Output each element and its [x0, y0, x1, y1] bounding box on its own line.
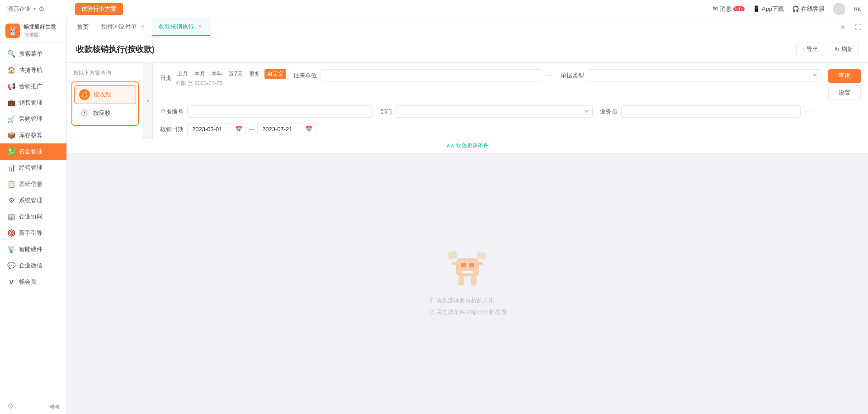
hardware-icon: 📡	[7, 245, 15, 253]
sidebar-item-member[interactable]: V 畅会员	[0, 274, 66, 290]
sidebar-collapse-icon[interactable]: ◀◀	[48, 402, 59, 410]
counterparty-input[interactable]	[321, 69, 541, 81]
sidebar-item-finance[interactable]: 💹 资金管理	[0, 143, 66, 160]
top-bar-right: ✉ 消息 99+ 📱 App下载 🎧 在线客服 Rit	[713, 3, 861, 15]
empty-illustration	[445, 249, 490, 290]
sidebar-item-basic[interactable]: 📋 基础信息	[0, 176, 66, 192]
finance-icon: 💹	[7, 148, 15, 156]
tab-payment[interactable]: 收款核销执行 ✕	[152, 18, 210, 36]
filter-type-by-receipt[interactable]: 💰 按收款	[74, 85, 136, 104]
solution-btn[interactable]: 体验行业方案	[75, 3, 123, 15]
verify-date-start-cal-icon[interactable]: 📅	[235, 126, 242, 133]
doctype-select[interactable]	[588, 69, 821, 81]
filter-verifydate-field: 核销日期 📅 — 📅	[160, 123, 316, 135]
basic-icon: 📋	[7, 180, 15, 188]
refresh-icon: ↻	[835, 46, 840, 53]
sidebar-item-guide[interactable]: 🎯 新手引导	[0, 225, 66, 241]
settings-icon[interactable]: ⚙	[38, 5, 44, 13]
sidebar-menu: 🔍 搜索菜单 🏠 快捷导航 📢 营销推广 💼 销售管理 🛒 采购管理 📦	[0, 43, 66, 398]
tab-prepay[interactable]: 预付冲应付单 ✕	[95, 18, 152, 36]
verify-date-label: 核销日期	[160, 125, 184, 133]
avatar[interactable]	[833, 3, 845, 15]
main-layout: 🐰 畅捷通好生意 标准版 🔍 搜索菜单 🏠 快捷导航 📢 营销推广 💼 销售管理	[0, 18, 868, 414]
sidebar-item-purchase[interactable]: 🛒 采购管理	[0, 111, 66, 127]
filter-date-field: 日期 上月 本月 本年 近7天 更多 自定义 不限 至 2023-07-26	[160, 69, 286, 87]
svg-rect-6	[458, 276, 464, 286]
message-badge: 99+	[733, 6, 745, 11]
date-more[interactable]: 更多	[247, 69, 262, 79]
filter-row-3: 核销日期 📅 — 📅	[160, 123, 861, 135]
svg-rect-0	[456, 258, 479, 276]
tab-payment-close[interactable]: ✕	[197, 23, 203, 30]
date-label: 日期	[160, 74, 172, 82]
filter-collapse-btn[interactable]: «	[144, 63, 153, 139]
staff-more-icon[interactable]: ···	[804, 108, 813, 116]
collapse-more-btn[interactable]: ∧∧ 收起更多条件	[446, 142, 489, 149]
date-last-month[interactable]: 上月	[175, 69, 190, 79]
counterparty-more-icon[interactable]: ···	[545, 71, 553, 80]
sidebar-settings-icon[interactable]: ⚙	[7, 402, 14, 410]
filter-type-receivable-label: 按应收	[93, 109, 111, 117]
app-icon: 📱	[753, 5, 760, 12]
tab-close-btn[interactable]: ✕	[836, 21, 849, 33]
doctype-label: 单据类型	[561, 71, 584, 80]
date-custom[interactable]: 自定义	[264, 69, 286, 79]
tab-prepay-close[interactable]: ✕	[139, 23, 146, 30]
sidebar-item-nav[interactable]: 🏠 快捷导航	[0, 62, 66, 78]
empty-hint-2: 用过滤条件来缩小分析范围	[429, 306, 507, 318]
sidebar-item-weixin[interactable]: 💬 企业微信	[0, 257, 66, 274]
date-7days[interactable]: 近7天	[227, 69, 245, 79]
dept-label: 部门	[380, 108, 392, 116]
verify-date-range: 📅 — 📅	[187, 123, 316, 135]
sidebar-item-marketing[interactable]: 📢 营销推广	[0, 78, 66, 95]
refresh-btn[interactable]: ↻ 刷新	[829, 43, 859, 56]
inventory-icon: 📦	[7, 131, 15, 139]
date-this-year[interactable]: 本年	[210, 69, 224, 79]
svg-rect-1	[461, 263, 466, 267]
svg-rect-5	[479, 262, 483, 265]
filter-doctype-field: 单据类型	[561, 69, 821, 81]
sidebar-item-inventory[interactable]: 📦 库存核算	[0, 127, 66, 143]
app-download-btn[interactable]: 📱 App下载	[753, 5, 784, 13]
export-btn[interactable]: ↑ 导出	[796, 43, 825, 56]
sidebar-item-collab[interactable]: 🏢 企业协同	[0, 209, 66, 225]
empty-hint-1: 请先选择要分析的方案	[429, 295, 507, 306]
workspace-dropdown-icon[interactable]: ▾	[33, 6, 36, 11]
export-label: 导出	[807, 45, 818, 53]
message-btn[interactable]: ✉ 消息 99+	[713, 5, 745, 13]
online-service-btn[interactable]: 🎧 在线客服	[792, 5, 825, 13]
tab-home[interactable]: 首页	[71, 18, 95, 36]
sidebar-item-label: 快捷导航	[19, 66, 42, 74]
sidebar-item-sales[interactable]: 💼 销售管理	[0, 95, 66, 111]
content-area: 首页 预付冲应付单 ✕ 收款核销执行 ✕ ✕ ⛶ 收款核销执行(按收款) ↑	[67, 18, 868, 414]
filter-dept-field: 部门	[380, 105, 593, 118]
sidebar-item-label: 企业微信	[19, 262, 42, 270]
sidebar-item-operations[interactable]: 📊 经营管理	[0, 160, 66, 176]
filter-type-by-receivable[interactable]: 🕐 按应收	[74, 104, 136, 122]
svg-rect-2	[469, 263, 474, 267]
tab-expand-btn[interactable]: ⛶	[852, 21, 864, 33]
dept-select[interactable]	[396, 105, 593, 118]
filter-panel: 按以下方案查询 💰 按收款 🕐 按应收 «	[67, 63, 868, 139]
collapse-label: 收起更多条件	[456, 142, 489, 149]
sidebar-item-label: 资金管理	[19, 148, 42, 156]
receivable-icon: 🕐	[79, 108, 90, 119]
sidebar-item-hardware[interactable]: 📡 智能硬件	[0, 241, 66, 257]
settings-btn[interactable]: 设置	[828, 86, 861, 100]
verify-date-end-cal-icon[interactable]: 📅	[305, 126, 312, 133]
docno-input[interactable]	[187, 105, 373, 118]
operations-icon: 📊	[7, 164, 15, 172]
app-name-block: 畅捷通好生意 标准版	[24, 24, 56, 38]
online-service-label: 在线客服	[801, 5, 825, 13]
sidebar-bottom: ⚙ ◀◀	[0, 398, 66, 414]
query-btn[interactable]: 查询	[828, 69, 861, 83]
svg-rect-7	[471, 276, 476, 286]
sidebar-item-label: 经营管理	[19, 164, 42, 172]
staff-input[interactable]	[621, 105, 800, 118]
sidebar-item-search[interactable]: 🔍 搜索菜单	[0, 46, 66, 62]
date-this-month[interactable]: 本月	[193, 69, 207, 79]
date-value-col: 上月 本月 本年 近7天 更多 自定义 不限 至 2023-07-26	[175, 69, 286, 87]
sidebar-item-system[interactable]: ⚙ 系统管理	[0, 192, 66, 209]
collapse-more-bar[interactable]: ∧∧ 收起更多条件	[67, 139, 868, 153]
filter-counterparty-field: 往来单位 ···	[293, 69, 554, 81]
